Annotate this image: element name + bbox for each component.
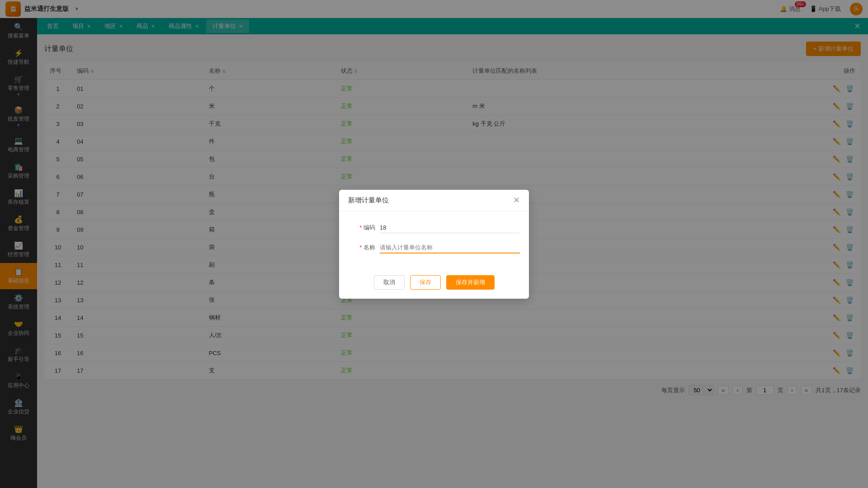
name-form-row: * 名称 [348, 242, 520, 253]
modal-title: 新增计量单位 [348, 196, 389, 205]
code-form-row: * 编码 [348, 222, 520, 233]
cancel-button[interactable]: 取消 [374, 275, 405, 290]
modal-body: * 编码 * 名称 [339, 211, 529, 270]
modal-close-btn[interactable]: ✕ [513, 196, 520, 204]
modal-overlay[interactable]: 新增计量单位 ✕ * 编码 * 名称 取消 保存 保存并新增 [0, 0, 868, 488]
save-and-new-button[interactable]: 保存并新增 [446, 275, 495, 290]
modal: 新增计量单位 ✕ * 编码 * 名称 取消 保存 保存并新增 [339, 190, 529, 299]
name-label: * 名称 [348, 244, 380, 252]
modal-footer: 取消 保存 保存并新增 [339, 270, 529, 299]
code-input[interactable] [380, 222, 520, 233]
name-input[interactable] [380, 242, 520, 253]
code-label: * 编码 [348, 224, 380, 232]
save-button[interactable]: 保存 [410, 275, 441, 290]
modal-header: 新增计量单位 ✕ [339, 190, 529, 211]
